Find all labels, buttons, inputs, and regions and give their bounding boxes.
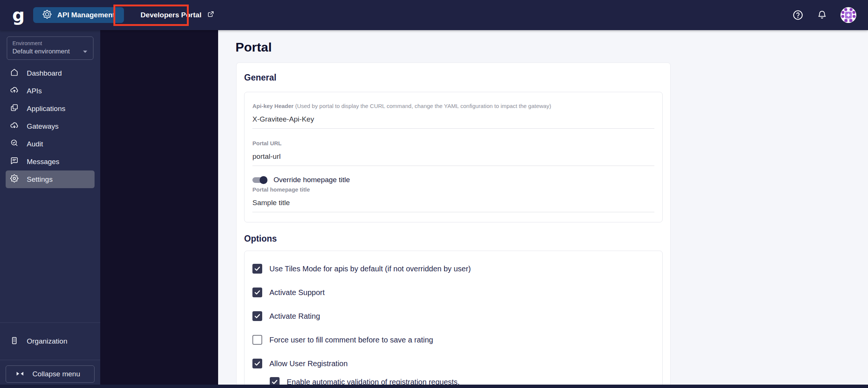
help-circle-icon[interactable] — [792, 9, 804, 21]
apikey-header-input[interactable]: X-Gravitee-Api-Key — [252, 115, 654, 129]
gear-icon — [10, 174, 19, 185]
sidebar-item-label: Settings — [27, 175, 53, 184]
api-management-label: API Management — [57, 11, 115, 19]
checkbox-row[interactable]: Allow User Registration — [252, 359, 654, 368]
override-homepage-title-label: Override homepage title — [274, 176, 350, 184]
sidebar-item-apis[interactable]: APIs — [6, 82, 95, 100]
developers-portal-link[interactable]: Developers Portal — [141, 10, 215, 20]
sidebar-item-messages[interactable]: Messages — [6, 153, 95, 170]
checkbox-label: Use Tiles Mode for apis by default (if n… — [269, 265, 471, 273]
checkbox-checked-icon[interactable] — [252, 288, 262, 297]
page-title: Portal — [235, 40, 868, 55]
message-icon — [10, 156, 19, 167]
secondary-panel — [100, 30, 218, 388]
building-icon — [10, 336, 19, 347]
options-section-heading: Options — [244, 234, 663, 244]
checkbox-unchecked-icon[interactable] — [252, 335, 262, 345]
portal-url-input[interactable]: portal-url — [252, 152, 654, 166]
api-management-button[interactable]: API Management — [33, 7, 124, 23]
portal-url-label: Portal URL — [252, 140, 654, 146]
collapse-icon — [16, 370, 24, 378]
checkbox-label: Allow User Registration — [269, 359, 348, 368]
apikey-header-label: Api-key Header (Used by portal to displa… — [252, 103, 654, 109]
checkbox-checked-icon[interactable] — [252, 311, 262, 321]
options-fieldbox: Use Tiles Mode for apis by default (if n… — [244, 251, 663, 388]
checkbox-row[interactable]: Force user to fill comment before to sav… — [252, 335, 654, 345]
sidebar-item-applications[interactable]: Applications — [6, 100, 95, 117]
apikey-header-note: (Used by portal to display the CURL comm… — [295, 103, 551, 109]
environment-value: Default environment — [12, 48, 70, 55]
sidebar-nav: DashboardAPIsApplicationsGatewaysAuditMe… — [0, 64, 100, 188]
sidebar-item-label: Gateways — [27, 122, 58, 131]
checkbox-row[interactable]: Activate Support — [252, 288, 654, 297]
windows-icon — [10, 103, 19, 114]
developers-portal-label: Developers Portal — [141, 11, 202, 19]
checkbox-row[interactable]: Use Tiles Mode for apis by default (if n… — [252, 264, 654, 274]
sidebar-item-dashboard[interactable]: Dashboard — [6, 64, 95, 82]
sidebar-item-label: Dashboard — [27, 69, 62, 78]
checkbox-checked-icon[interactable] — [252, 264, 262, 274]
sidebar-item-label: Audit — [27, 140, 43, 148]
checkbox-label: Activate Rating — [269, 312, 320, 321]
sidebar-item-audit[interactable]: Audit — [6, 135, 95, 153]
checkbox-label: Activate Support — [269, 288, 325, 297]
checkbox-row[interactable]: Activate Rating — [252, 311, 654, 321]
chevron-down-icon — [83, 48, 88, 55]
search-check-icon — [10, 138, 19, 149]
environment-label: Environment — [12, 40, 88, 46]
home-icon — [10, 68, 19, 79]
sidebar-item-label: APIs — [27, 87, 42, 95]
sidebar-item-label: Messages — [27, 158, 60, 166]
collapse-menu-button[interactable]: Collapse menu — [6, 365, 95, 383]
checkbox-label: Force user to fill comment before to sav… — [269, 336, 433, 344]
settings-panel: General Api-key Header (Used by portal t… — [236, 62, 671, 388]
topbar-actions — [792, 7, 868, 23]
organization-label: Organization — [27, 337, 67, 345]
bottom-strip — [0, 385, 868, 388]
general-section-heading: General — [244, 73, 663, 83]
gear-logo-icon — [42, 9, 52, 21]
user-avatar[interactable] — [840, 7, 857, 23]
cloud-down-icon — [10, 121, 19, 132]
main-content: Portal General Api-key Header (Used by p… — [218, 30, 868, 388]
environment-selector[interactable]: Environment Default environment — [7, 37, 93, 60]
cloud-up-icon — [10, 85, 19, 96]
top-bar: g API Management Developers Portal — [0, 0, 868, 30]
sidebar-item-gateways[interactable]: Gateways — [6, 117, 95, 135]
portal-homepage-title-label: Portal homepage title — [252, 186, 654, 193]
override-homepage-title-toggle[interactable] — [252, 177, 267, 183]
sidebar-item-settings[interactable]: Settings — [6, 170, 95, 188]
portal-homepage-title-input[interactable]: Sample title — [252, 199, 654, 212]
sidebar-divider — [0, 360, 100, 360]
bell-icon[interactable] — [816, 9, 828, 21]
sidebar-item-organization[interactable]: Organization — [6, 323, 95, 360]
sidebar: Environment Default environment Dashboar… — [0, 30, 100, 388]
external-link-icon — [207, 10, 215, 20]
collapse-menu-label: Collapse menu — [32, 370, 80, 378]
general-fieldbox: Api-key Header (Used by portal to displa… — [244, 92, 663, 222]
sidebar-item-label: Applications — [27, 105, 65, 113]
checkbox-checked-icon[interactable] — [252, 359, 262, 368]
gravitee-logo-icon[interactable]: g — [10, 4, 27, 26]
